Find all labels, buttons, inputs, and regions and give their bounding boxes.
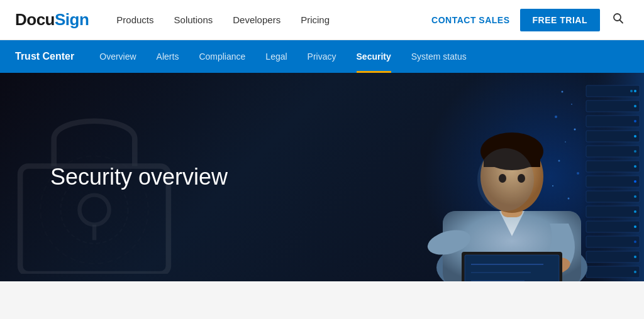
logo-sign: Sign (55, 10, 89, 29)
nav-solutions[interactable]: Solutions (167, 9, 221, 30)
svg-rect-12 (586, 131, 640, 142)
svg-rect-17 (586, 206, 640, 217)
hero-person-visual (330, 73, 644, 281)
svg-point-3 (79, 195, 109, 225)
svg-rect-18 (586, 221, 640, 232)
svg-rect-14 (586, 161, 640, 172)
svg-line-1 (620, 20, 623, 23)
svg-point-43 (552, 185, 553, 187)
trust-nav-privacy[interactable]: Privacy (297, 40, 347, 73)
svg-rect-10 (586, 100, 640, 112)
contact-sales-button[interactable]: CONTACT SALES (429, 10, 512, 30)
svg-point-40 (565, 141, 566, 143)
trust-center-label: Trust Center (15, 51, 74, 62)
nav-developers[interactable]: Developers (225, 9, 288, 30)
svg-point-30 (634, 195, 636, 198)
svg-point-39 (574, 129, 576, 131)
svg-point-31 (634, 210, 636, 213)
trust-nav-alerts[interactable]: Alerts (147, 40, 189, 73)
trust-nav-overview[interactable]: Overview (89, 40, 146, 73)
trust-nav-compliance[interactable]: Compliance (189, 40, 255, 73)
svg-point-44 (568, 198, 570, 200)
nav-products[interactable]: Products (109, 9, 161, 30)
svg-rect-62 (465, 255, 559, 281)
svg-rect-13 (586, 146, 640, 157)
trust-center-navigation: Trust Center Overview Alerts Compliance … (0, 40, 644, 73)
bottom-content-area (0, 281, 644, 319)
trust-nav-system-status[interactable]: System status (401, 40, 477, 73)
svg-point-25 (634, 120, 636, 122)
hero-title: Security overview (50, 163, 228, 190)
trust-nav-security[interactable]: Security (347, 40, 401, 73)
svg-point-27 (634, 150, 636, 153)
svg-point-26 (634, 135, 636, 138)
svg-point-41 (558, 160, 560, 162)
svg-point-28 (634, 165, 636, 168)
svg-rect-11 (586, 116, 640, 127)
logo-text: DocuSign (15, 10, 89, 30)
svg-point-29 (634, 180, 636, 183)
svg-rect-20 (586, 251, 640, 262)
svg-rect-19 (586, 236, 640, 247)
svg-point-37 (571, 104, 572, 105)
trust-nav-legal[interactable]: Legal (255, 40, 297, 73)
free-trial-button[interactable]: FREE TRIAL (520, 9, 600, 31)
hero-section: Security overview (0, 73, 644, 281)
svg-point-60 (477, 148, 534, 211)
hero-text-container: Security overview (50, 163, 228, 190)
svg-point-36 (562, 91, 564, 93)
logo[interactable]: DocuSign (15, 10, 89, 30)
search-icon (613, 13, 624, 24)
svg-point-32 (634, 225, 636, 228)
svg-point-24 (634, 105, 636, 107)
top-navigation: DocuSign Products Solutions Developers P… (0, 0, 644, 40)
svg-point-23 (630, 90, 633, 92)
search-button[interactable] (608, 8, 629, 32)
nav-pricing[interactable]: Pricing (293, 9, 337, 30)
trust-nav-links: Overview Alerts Compliance Legal Privacy… (89, 40, 476, 73)
svg-point-22 (634, 90, 636, 92)
svg-point-38 (555, 116, 557, 118)
svg-point-33 (634, 241, 636, 243)
svg-rect-21 (586, 266, 640, 278)
main-nav-links: Products Solutions Developers Pricing (109, 9, 429, 30)
svg-point-35 (634, 271, 636, 273)
logo-docu: Docu (15, 10, 55, 29)
nav-right-actions: CONTACT SALES FREE TRIAL (429, 8, 629, 32)
svg-rect-15 (586, 176, 640, 187)
svg-rect-16 (586, 191, 640, 202)
svg-point-34 (634, 256, 636, 258)
svg-point-42 (577, 172, 579, 175)
